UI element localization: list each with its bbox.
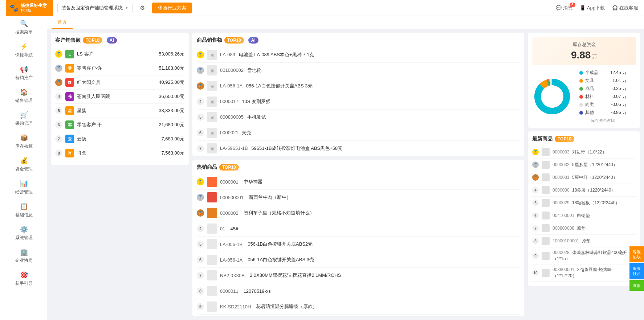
float-btn-service[interactable]: 客服热线 <box>629 246 644 263</box>
page-tabs: 首页 <box>47 16 644 29</box>
sidebar-item-guide[interactable]: 🎯 新手引导 <box>0 267 47 290</box>
sidebar-item-enterprise[interactable]: 🏢 企业协同 <box>0 245 47 267</box>
new-name-1: 对边带（1.0*22） <box>572 149 607 155</box>
product-code-1: LA-089 <box>220 52 235 57</box>
hot-item-3: 🥉 0000002 智利车子里（规格不知道填什么） <box>197 205 520 221</box>
new-prod-item-2: 🥈 0000032 5厘多层（1220*2440） <box>532 159 636 171</box>
hot-img-5 <box>207 239 217 249</box>
hot-item-9: 9 KK-SD22110H 花语萌恒温分腿睡袋（厚款） <box>197 299 520 315</box>
legend-item-4: 材料 0.07 万 <box>579 94 627 100</box>
new-products-label: 最新商品 <box>532 136 553 142</box>
phone-icon: 📱 <box>580 5 586 11</box>
online-service-button[interactable]: 🎧 在线客服 <box>612 5 638 11</box>
customer-ranking-title: 客户销售额 TOP10 Ai <box>55 37 184 44</box>
hot-img-7 <box>207 270 217 280</box>
sidebar: 🔍 搜索菜单 ⚡ 快捷导航 📢 营销推广 🏠 销售管理 🛒 采购管理 📦 库存核… <box>0 16 47 320</box>
purchase-icon: 🛒 <box>20 111 28 119</box>
hot-products-list: 🥇 0000001 中华神器 🥈 000500001 新西兰牛肉（新牛） <box>197 174 520 315</box>
hot-rank-4: 4 <box>197 225 204 232</box>
sidebar-item-basic-info[interactable]: 📋 基础信息 <box>0 199 47 222</box>
new-products-title: 最新商品 TOP10 <box>532 136 636 142</box>
svg-point-1 <box>538 82 567 111</box>
hot-code-8: 0000011 <box>220 288 239 294</box>
hot-item-2: 🥈 000500001 新西兰牛肉（新牛） <box>197 190 520 205</box>
trial-button[interactable]: 体验行业方案 <box>152 3 192 13</box>
customer-value-1: 53,006.26元 <box>159 51 184 57</box>
new-prod-info-3: 0000031 5厘中纤（1220*2440） <box>553 175 636 181</box>
new-prod-info-4: 0000030 18多层（1220*2440） <box>553 187 636 193</box>
inventory-total-block: 库存总资金 9.88 万 <box>532 37 636 65</box>
customer-value-6: 21,680.00元 <box>159 122 184 128</box>
float-btn-community[interactable]: 服务社区 <box>629 263 644 279</box>
customer-name-6: 零售客户-于 <box>77 122 156 128</box>
legend-name-5: 肉类 <box>585 102 609 108</box>
hot-name-2: 新西兰牛肉（新牛） <box>249 194 520 201</box>
new-thumb-1 <box>542 148 550 156</box>
product-rank-item-5: 5 ▣ 000800005 手机测试 <box>197 110 520 125</box>
chevron-down-icon: ▼ <box>125 6 129 10</box>
customer-avatar-6: 零 <box>65 120 74 129</box>
legend-list: 半成品 12.45 万 文具 1.01 万 <box>579 70 627 116</box>
hot-code-1: 0000001 <box>220 179 239 185</box>
sidebar-item-purchase[interactable]: 🛒 采购管理 <box>0 107 47 130</box>
product-info-2: 001000002 雪地靴 <box>220 67 520 74</box>
sidebar-item-quick-nav[interactable]: ⚡ 快捷导航 <box>0 39 47 62</box>
sidebar-item-inventory[interactable]: 📦 库存核算 <box>0 130 47 153</box>
new-name-6: 白钢垫 <box>577 213 590 218</box>
new-thumb-10 <box>542 269 550 277</box>
product-top10-label: TOP10 <box>224 37 244 44</box>
hot-products-title: 热销商品 TOP10 <box>197 164 520 171</box>
new-name-4: 18多层（1220*2440） <box>572 188 615 193</box>
hot-name-7: 2.0X30MM双摆花轴,摆花直径2.1MM/ROHS <box>250 272 520 279</box>
customer-avatar-4: 苍 <box>65 92 74 101</box>
customer-value-5: 33,333.00元 <box>159 107 184 114</box>
sidebar-item-system[interactable]: ⚙️ 系统管理 <box>0 222 47 245</box>
sidebar-item-operations[interactable]: 📊 经营管理 <box>0 176 47 199</box>
new-code-2: 0000032 <box>553 162 570 167</box>
new-prod-info-8: 10000100001 原垫 <box>553 238 636 244</box>
product-rank-num-1: 🥇 <box>197 51 204 58</box>
sidebar-marketing-label: 营销推广 <box>15 75 33 81</box>
sidebar-item-search[interactable]: 🔍 搜索菜单 <box>0 16 47 39</box>
settings-icon[interactable]: ⚙ <box>137 3 148 13</box>
rank-num-2: 🥈 <box>55 65 62 72</box>
hot-item-1: 🥇 0000001 中华神器 <box>197 174 520 190</box>
customer-rank-item-8: 8 肖 肖念 7,563.00元 <box>55 146 184 160</box>
customer-avatar-5: 星 <box>65 106 74 115</box>
tab-home[interactable]: 首页 <box>52 16 73 29</box>
hot-item-4: 4 01 45# <box>197 221 520 237</box>
legend-dot-1 <box>579 71 583 75</box>
customer-value-7: 7,680.00元 <box>161 136 184 142</box>
sales-icon: 🏠 <box>20 88 28 96</box>
app-download-button[interactable]: 📱 App下载 <box>580 5 605 11</box>
product-thumb-5: ▣ <box>207 112 217 122</box>
legend-val-3: 0.25 万 <box>612 86 627 92</box>
sidebar-item-sales[interactable]: 🏠 销售管理 <box>0 85 47 107</box>
product-info-1: LA-089 电池盖 LA-089 ABS本色+黑种 7.1克 <box>220 52 520 58</box>
rank-num-8: 8 <box>55 149 62 157</box>
sidebar-finance-label: 资金管理 <box>15 166 33 172</box>
new-thumb-9 <box>542 252 550 260</box>
sidebar-item-marketing[interactable]: 📢 营销推广 <box>0 62 47 85</box>
message-badge: 6 <box>570 3 575 7</box>
new-prod-item-3: 🥉 0000031 5厘中纤（1220*2440） <box>532 171 636 184</box>
new-rank-3: 🥉 <box>532 174 539 181</box>
new-code-9: 0000028 <box>553 250 570 255</box>
message-button[interactable]: 💬 消息 6 <box>556 5 572 11</box>
customer-name-4: 苍南县人民医院 <box>77 93 156 100</box>
hot-code-7: NB2.0X30B <box>220 273 245 278</box>
new-top10-label: TOP10 <box>555 136 574 142</box>
legend-item-1: 半成品 12.45 万 <box>579 70 627 76</box>
customer-ranking-label: 客户销售额 <box>55 37 81 44</box>
inventory-icon: 📦 <box>20 134 28 142</box>
product-name-5: 手机测试 <box>247 114 266 120</box>
new-prod-item-10: 10 003800001 22g鱼豆腐-烧烤味（1*12*20） <box>532 264 636 282</box>
new-prod-info-6: 004100001 白钢垫 <box>553 213 636 219</box>
system-selector[interactable]: 装备及固定资产辅助管理系统 ▼ <box>57 3 133 13</box>
sidebar-item-finance[interactable]: 💰 资金管理 <box>0 153 47 176</box>
hot-img-3 <box>207 208 217 218</box>
float-btn-live[interactable]: 直播 <box>629 280 644 291</box>
hot-item-7: 7 NB2.0X30B 2.0X30MM双摆花轴,摆花直径2.1MM/ROHS <box>197 268 520 283</box>
product-ai-badge: Ai <box>248 37 258 44</box>
logo-area: 🐾 畅捷通好生意 标准版 <box>6 0 53 16</box>
